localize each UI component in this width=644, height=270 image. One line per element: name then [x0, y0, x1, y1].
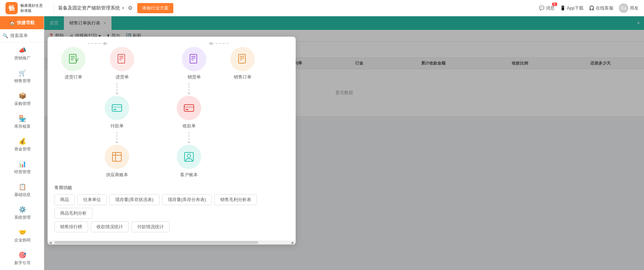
func-btn-sales-rank[interactable]: 销售排行榜 — [54, 221, 88, 232]
sales-order-item-label: 销售订单 — [234, 74, 251, 80]
inventory-icon: 🏪 — [19, 115, 26, 122]
sidebar-item-finance[interactable]: 💰 资金管理 — [0, 133, 44, 156]
message-badge: 5 — [552, 2, 557, 6]
func-btn-partners[interactable]: 往来单位 — [77, 194, 107, 205]
service-icon: 🎧 — [589, 5, 594, 11]
func-btns-row2: 销售排行榜 收款情况统计 付款情况统计 — [54, 221, 289, 232]
svg-point-26 — [187, 154, 191, 158]
func-btn-goods[interactable]: 商品 — [54, 194, 75, 205]
flow-supplier-account[interactable]: 供应商账本 — [105, 145, 129, 178]
purchase-order-icon — [61, 47, 86, 71]
purchase-order-label: 进货订单 — [65, 74, 82, 80]
inventory-label: 库存核算 — [14, 124, 31, 129]
divider — [54, 3, 54, 13]
sales-order-icon — [230, 47, 255, 71]
sidebar-item-marketing[interactable]: 📣 营销推广 — [0, 42, 44, 65]
func-btn-stock-status[interactable]: 现存量(库存状况表) — [109, 194, 159, 205]
guide-icon: 🎯 — [19, 251, 26, 259]
message-icon: 💬 — [539, 5, 544, 11]
flow-sales-order-item[interactable]: 销售订单 — [230, 47, 255, 80]
flow-sales-bill[interactable]: 销货单 — [182, 47, 206, 80]
common-funcs-title: 常用功能 — [54, 185, 289, 191]
sales-bill-icon — [182, 47, 206, 71]
flow-payment[interactable]: 付款单 — [105, 96, 129, 129]
user-label: 用友 — [630, 5, 639, 11]
func-btn-receipt-stats[interactable]: 收款情况统计 — [91, 221, 129, 232]
flow-receipt[interactable]: 收款单 — [177, 96, 201, 129]
app-download-label: App下载 — [567, 5, 584, 11]
basic-icon: 📋 — [19, 183, 26, 191]
logo-area: 畅 畅康通好生意标准版 — [5, 2, 50, 14]
sales-icon: 🛒 — [19, 69, 26, 77]
search-icon: 🔍 — [3, 33, 8, 38]
enterprise-icon: 🤝 — [19, 229, 26, 236]
enterprise-label: 企业协同 — [14, 237, 31, 243]
svg-rect-20 — [184, 106, 194, 108]
svg-rect-21 — [186, 109, 188, 110]
svg-rect-17 — [112, 106, 122, 108]
purchase-icon: 📦 — [19, 92, 26, 100]
system-icon: ⚙️ — [19, 206, 26, 213]
system-label: 系统管理 — [14, 215, 31, 220]
flow-purchase-order[interactable]: 进货订单 — [61, 47, 86, 80]
sidebar: 🏠 快捷导航 🔍 搜索菜单 📣 营销推广 🛒 销售管理 📦 采购管理 🏪 — [0, 16, 44, 270]
marketing-icon: 📣 — [19, 47, 26, 54]
content-area: 首页 销售订单执行表 × × ❓ 帮助 🖨 按模板打印 ▾ — [44, 16, 644, 270]
quick-nav-label: 快捷导航 — [17, 20, 35, 26]
sidebar-search[interactable]: 🔍 搜索菜单 — [0, 29, 44, 42]
purchase-label: 采购管理 — [14, 101, 31, 107]
sales-bill-label: 销货单 — [188, 74, 201, 80]
experience-btn[interactable]: 体验行业方案 — [137, 3, 173, 13]
user-area[interactable]: Ea 用友 — [619, 3, 639, 13]
logo-icon: 畅 — [5, 2, 18, 14]
purchase-bill-label: 进货单 — [116, 74, 129, 80]
message-btn[interactable]: 💬 消息 5 — [539, 5, 555, 11]
app-download-btn[interactable]: 📱 App下载 — [560, 5, 584, 11]
scroll-thumb[interactable] — [54, 241, 258, 244]
system-dropdown-arrow[interactable]: ▾ — [122, 5, 124, 11]
sidebar-item-purchase[interactable]: 📦 采购管理 — [0, 88, 44, 111]
settings-icon[interactable]: ⚙ — [128, 5, 133, 11]
sales-label: 销售管理 — [14, 78, 31, 84]
top-bar: 畅 畅康通好生意标准版 装备及固定资产辅助管理系统 ▾ ⚙ 体验行业方案 💬 消… — [0, 0, 644, 16]
phone-icon: 📱 — [560, 5, 565, 11]
avatar: Ea — [619, 3, 628, 13]
system-title: 装备及固定资产辅助管理系统 — [58, 5, 120, 11]
finance-icon: 💰 — [19, 138, 26, 145]
func-btn-payment-stats[interactable]: 付款情况统计 — [132, 221, 170, 232]
common-funcs: 常用功能 商品 往来单位 现存量(库存状况表) 现存量(库存分布表) 销售毛利分… — [48, 185, 296, 240]
sidebar-item-system[interactable]: ⚙️ 系统管理 — [0, 202, 44, 224]
svg-rect-22 — [112, 152, 121, 161]
func-btns-row1: 商品 往来单位 现存量(库存状况表) 现存量(库存分布表) 销售毛利分析表 商品… — [54, 194, 289, 219]
func-btn-sales-gross[interactable]: 销售毛利分析表 — [214, 194, 257, 205]
svg-rect-0 — [69, 54, 76, 63]
sidebar-item-enterprise[interactable]: 🤝 企业协同 — [0, 224, 44, 247]
scroll-right-arrow[interactable]: ▶ — [292, 241, 294, 245]
sidebar-quick-nav[interactable]: 🏠 快捷导航 — [0, 16, 44, 29]
logo-text: 畅康通好生意标准版 — [20, 3, 43, 13]
basic-label: 基础信息 — [14, 192, 31, 198]
svg-rect-12 — [239, 54, 245, 63]
sidebar-item-guide[interactable]: 🎯 新手引导 — [0, 247, 44, 270]
func-btn-goods-gross[interactable]: 商品毛利分析 — [54, 208, 92, 219]
scroll-left-arrow[interactable]: ◀ — [49, 241, 52, 245]
sidebar-item-sales[interactable]: 🛒 销售管理 — [0, 65, 44, 88]
marketing-label: 营销推广 — [14, 55, 31, 61]
customer-account-label: 客户账本 — [180, 172, 198, 178]
search-label: 搜索菜单 — [10, 33, 28, 39]
sidebar-item-inventory[interactable]: 🏪 库存核算 — [0, 111, 44, 133]
online-service-btn[interactable]: 🎧 在线客服 — [589, 5, 613, 11]
func-btn-stock-dist[interactable]: 现存量(库存分布表) — [162, 194, 212, 205]
modal-flow: 进货订单 ▶ 进 — [48, 37, 296, 185]
svg-rect-4 — [118, 54, 125, 63]
modal-overlay[interactable]: 进货订单 ▶ 进 — [44, 16, 644, 270]
payment-label: 付款单 — [110, 123, 124, 129]
flow-customer-account[interactable]: 客户账本 — [177, 145, 201, 178]
modal-scrollbar[interactable]: ◀ ▶ — [48, 240, 296, 245]
purchase-bill-icon — [110, 47, 134, 71]
payment-icon — [105, 96, 129, 120]
sidebar-item-basic[interactable]: 📋 基础信息 — [0, 179, 44, 202]
flow-purchase-bill[interactable]: 进货单 — [110, 47, 134, 80]
home-icon: 🏠 — [10, 20, 15, 25]
sidebar-item-operation[interactable]: 📊 经营管理 — [0, 156, 44, 179]
